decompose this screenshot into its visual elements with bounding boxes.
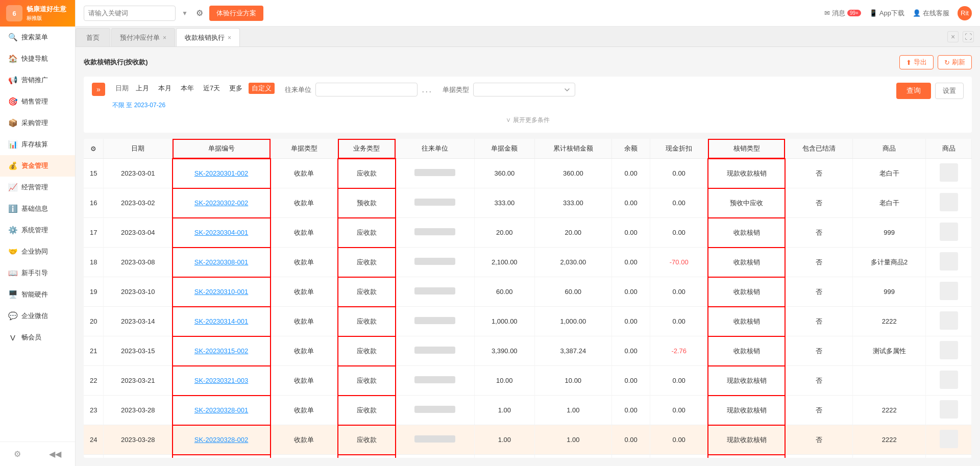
column-settings-icon[interactable]: ⚙ — [90, 145, 96, 153]
cell-biz-type: 应收款 — [338, 159, 396, 188]
voucher-link[interactable]: SK-20230328-001 — [194, 406, 249, 414]
cell-date: 2023-03-08 — [104, 248, 173, 277]
date-buttons: 上月 本月 本年 近7天 更多 自定义 — [133, 83, 275, 94]
cell-amount: 1.00 — [475, 396, 535, 425]
sidebar-item-marketing[interactable]: 📢 营销推广 — [0, 69, 75, 91]
sidebar-item-wechat[interactable]: 💬 企业微信 — [0, 305, 75, 327]
cell-num: 18 — [84, 248, 104, 277]
voucher-link[interactable]: SK-20230302-002 — [194, 199, 249, 207]
tab-receivable[interactable]: 收款核销执行 × — [176, 28, 240, 46]
filter-expand-more[interactable]: ∨ 展开更多条件 — [92, 114, 964, 127]
query-button[interactable]: 查询 — [896, 83, 931, 99]
date-btn-custom[interactable]: 自定义 — [249, 83, 275, 94]
collapse-icon[interactable]: ◀◀ — [47, 447, 63, 461]
table-row[interactable]: 21 2023-03-15 SK-20230315-002 收款单 应收款 3,… — [84, 336, 972, 366]
sidebar-item-guide[interactable]: 📖 新手引导 — [0, 262, 75, 284]
cell-product2 — [926, 248, 972, 277]
sidebar-item-operations[interactable]: 📈 经营管理 — [0, 177, 75, 198]
sidebar-item-inventory[interactable]: 📊 库存核算 — [0, 134, 75, 155]
export-button[interactable]: ⬆ 导出 — [899, 55, 934, 69]
search-input[interactable] — [84, 6, 176, 21]
sidebar-item-sales[interactable]: 🎯 销售管理 — [0, 91, 75, 112]
sidebar-item-member[interactable]: V 畅会员 — [0, 327, 75, 348]
date-btn-more[interactable]: 更多 — [226, 83, 246, 94]
voucher-link[interactable]: SK-20230314-001 — [194, 317, 249, 325]
tab-home[interactable]: 首页 — [76, 28, 110, 46]
table-row[interactable]: 24 2023-03-28 SK-20230328-002 收款单 应收款 1.… — [84, 425, 972, 455]
table-row[interactable]: 16 2023-03-02 SK-20230302-002 收款单 预收款 33… — [84, 188, 972, 218]
cell-include-settled: 否 — [785, 455, 852, 458]
app-download-button[interactable]: 📱 App下载 — [869, 9, 904, 18]
table-row[interactable]: 20 2023-03-14 SK-20230314-001 收款单 应收款 1,… — [84, 307, 972, 336]
cell-offset-type: 收款核销 — [708, 336, 785, 366]
cell-voucher-no: SK-20230328-001 — [173, 396, 271, 425]
dropdown-arrow-icon[interactable]: ▼ — [182, 10, 188, 17]
sidebar-item-hardware[interactable]: 🖥️ 智能硬件 — [0, 284, 75, 305]
filter-expand-button[interactable]: » — [92, 83, 105, 96]
table-row[interactable]: 15 2023-03-01 SK-20230301-002 收款单 应收款 36… — [84, 159, 972, 188]
cell-cumulative: 10.00 — [534, 366, 611, 396]
date-btn-thismonth[interactable]: 本月 — [155, 83, 175, 94]
message-button[interactable]: ✉ 消息 99+ — [824, 9, 861, 18]
voucher-link[interactable]: SK-20230321-003 — [194, 377, 249, 384]
cell-include-settled: 否 — [785, 307, 852, 336]
table-row[interactable]: 22 2023-03-21 SK-20230321-003 收款单 应收款 10… — [84, 366, 972, 396]
table-row[interactable]: 18 2023-03-08 SK-20230308-001 收款单 应收款 2,… — [84, 248, 972, 277]
sidebar-item-enterprise[interactable]: 🤝 企业协同 — [0, 241, 75, 262]
sidebar-item-label: 资金管理 — [21, 161, 48, 170]
tab-close-payable[interactable]: × — [163, 34, 166, 41]
counterparty-input[interactable] — [315, 83, 418, 96]
sidebar-item-basic[interactable]: ℹ️ 基础信息 — [0, 198, 75, 219]
sidebar-item-purchase[interactable]: 📦 采购管理 — [0, 112, 75, 134]
tab-payable[interactable]: 预付冲应付单 × — [111, 28, 175, 46]
date-btn-lastmonth[interactable]: 上月 — [133, 83, 152, 94]
sidebar-bottom: ⚙ ◀◀ — [0, 442, 75, 466]
tab-expand-button[interactable]: ⛶ — [963, 31, 974, 42]
finance-icon: 💰 — [8, 161, 17, 170]
cell-cumulative: 360.00 — [534, 159, 611, 188]
th-settings[interactable]: ⚙ — [84, 139, 104, 159]
table-row[interactable]: 25 2023-03-31 SK-20230331-002 红字收款单 应收款 … — [84, 455, 972, 458]
settings-gear-icon[interactable]: ⚙ — [196, 8, 203, 18]
settings-bottom-icon[interactable]: ⚙ — [12, 447, 23, 461]
tab-close-all-button[interactable]: × — [947, 31, 959, 42]
table-row[interactable]: 19 2023-03-10 SK-20230310-001 收款单 应收款 60… — [84, 277, 972, 307]
sidebar-item-label: 系统管理 — [21, 226, 48, 235]
cell-amount: 333.00 — [475, 188, 535, 218]
sidebar-item-finance[interactable]: 💰 资金管理 — [0, 155, 75, 177]
user-avatar[interactable]: Rit — [958, 6, 972, 20]
cell-product: 999 — [853, 218, 926, 248]
cell-counterparty — [396, 307, 474, 336]
table-row[interactable]: 17 2023-03-04 SK-20230304-001 收款单 应收款 20… — [84, 218, 972, 248]
filter-row: » 日期 上月 本月 本年 近7天 更多 自定义 往来单位 ... — [92, 83, 964, 99]
setting-button[interactable]: 设置 — [935, 83, 964, 99]
table-row[interactable]: 23 2023-03-28 SK-20230328-001 收款单 应收款 1.… — [84, 396, 972, 425]
online-service-button[interactable]: 👤 在线客服 — [913, 9, 949, 18]
solution-button[interactable]: 体验行业方案 — [209, 6, 263, 21]
voucher-link[interactable]: SK-20230315-002 — [194, 347, 249, 355]
phone-icon: 📱 — [869, 9, 877, 17]
voucher-link[interactable]: SK-20230308-001 — [194, 258, 249, 266]
cell-num: 23 — [84, 396, 104, 425]
cell-amount: 360.00 — [475, 159, 535, 188]
search-icon: 🔍 — [8, 33, 17, 42]
th-cumulative: 累计核销金额 — [534, 139, 611, 159]
cell-voucher-type: 收款单 — [271, 277, 338, 307]
cell-date: 2023-03-31 — [104, 455, 173, 458]
date-btn-thisyear[interactable]: 本年 — [178, 83, 197, 94]
voucher-link[interactable]: SK-20230328-002 — [194, 436, 249, 444]
sidebar-item-search[interactable]: 🔍 搜索菜单 — [0, 27, 75, 48]
sidebar-item-label: 畅会员 — [21, 333, 41, 342]
sidebar-item-system[interactable]: ⚙️ 系统管理 — [0, 219, 75, 241]
refresh-button[interactable]: ↻ 刷新 — [938, 55, 972, 69]
voucher-link[interactable]: SK-20230310-001 — [194, 288, 249, 296]
voucher-link[interactable]: SK-20230301-002 — [194, 169, 249, 177]
voucher-type-select[interactable] — [473, 83, 575, 96]
table-header-row: ⚙ 日期 单据编号 单据类型 业务类型 往来单位 单据金额 累计核销金额 余额 … — [84, 139, 972, 159]
page-title-actions: ⬆ 导出 ↻ 刷新 — [899, 55, 972, 69]
sidebar-item-quicknav[interactable]: 🏠 快捷导航 — [0, 48, 75, 69]
voucher-link[interactable]: SK-20230304-001 — [194, 229, 249, 236]
date-btn-7days[interactable]: 近7天 — [200, 83, 223, 94]
tab-close-receivable[interactable]: × — [228, 34, 231, 41]
voucher-type-label: 单据类型 — [443, 85, 469, 94]
